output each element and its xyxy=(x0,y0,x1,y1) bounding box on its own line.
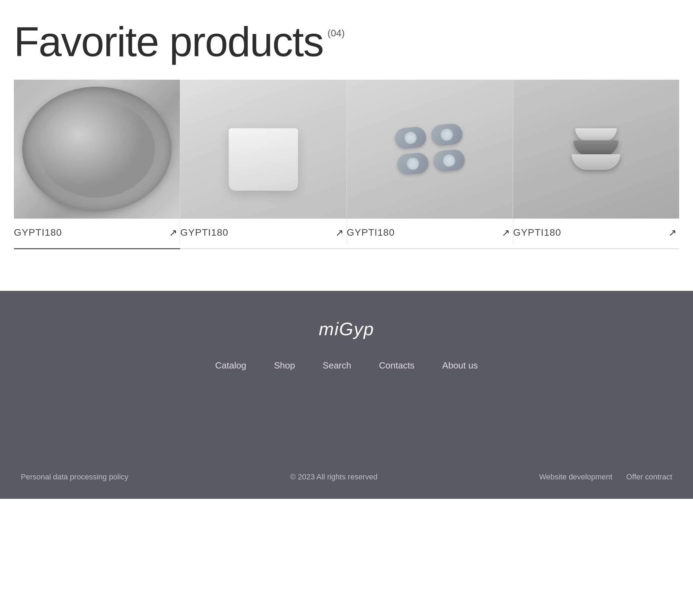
holder-4 xyxy=(432,149,465,172)
product-card-3[interactable]: GYPTI180 ↗ xyxy=(347,80,513,245)
product-info-1: GYPTI180 ↗ xyxy=(14,218,180,245)
footer-bottom: Personal data processing policy © 2023 A… xyxy=(0,472,693,481)
holder-1 xyxy=(394,126,427,149)
product-link-icon-1[interactable]: ↗ xyxy=(166,226,180,240)
product-info-4: GYPTI180 ↗ xyxy=(513,218,679,245)
product-card-2[interactable]: GYPTI180 ↗ xyxy=(180,80,346,245)
pot-shape xyxy=(229,128,298,191)
holder-row-1 xyxy=(394,123,463,149)
products-grid: GYPTI180 ↗ GYPTI180 ↗ xyxy=(14,80,679,245)
product-name-3: GYPTI180 xyxy=(347,227,395,238)
product-name-1: GYPTI180 xyxy=(14,227,62,238)
section-count: (04) xyxy=(327,28,345,39)
section-header: Favorite products (04) xyxy=(14,21,679,62)
footer-offer-contract[interactable]: Offer contract xyxy=(626,472,672,481)
product-link-icon-3[interactable]: ↗ xyxy=(499,226,513,240)
product-name-2: GYPTI180 xyxy=(180,227,228,238)
footer-logo: miGyp xyxy=(319,319,374,339)
scroll-bar xyxy=(14,248,180,249)
footer-nav-catalog[interactable]: Catalog xyxy=(215,360,246,371)
footer-legal[interactable]: Personal data processing policy xyxy=(21,472,129,481)
holders-group xyxy=(394,123,465,175)
footer: miGyp Catalog Shop Search Contacts About… xyxy=(0,291,693,499)
product-image-2 xyxy=(180,80,346,218)
holder-row-2 xyxy=(396,149,465,175)
product-info-3: GYPTI180 ↗ xyxy=(347,218,513,245)
scroll-indicator xyxy=(14,248,679,249)
product-card-4[interactable]: GYPTI180 ↗ xyxy=(513,80,679,245)
holder-3 xyxy=(396,152,429,175)
product-link-icon-2[interactable]: ↗ xyxy=(333,226,346,240)
footer-links-right: Website development Offer contract xyxy=(539,472,672,481)
footer-nav-about-us[interactable]: About us xyxy=(442,360,478,371)
footer-nav-search[interactable]: Search xyxy=(323,360,351,371)
section-title: Favorite products xyxy=(14,21,323,62)
product-name-4: GYPTI180 xyxy=(513,227,561,238)
product-card-1[interactable]: GYPTI180 ↗ xyxy=(14,80,180,245)
footer-nav-contacts[interactable]: Contacts xyxy=(379,360,415,371)
bowl-1 xyxy=(575,128,617,142)
bowl-3 xyxy=(572,154,620,170)
product-image-3 xyxy=(347,80,513,218)
footer-website-development[interactable]: Website development xyxy=(539,472,612,481)
footer-nav: Catalog Shop Search Contacts About us xyxy=(215,360,478,371)
main-content: Favorite products (04) GYPTI180 ↗ GYPTI1… xyxy=(0,0,693,249)
product-image-1 xyxy=(14,80,180,218)
bowl-2 xyxy=(573,140,619,156)
product-info-2: GYPTI180 ↗ xyxy=(180,218,346,245)
product-link-icon-4[interactable]: ↗ xyxy=(665,226,679,240)
bowls-stack xyxy=(572,128,620,170)
product-image-4 xyxy=(513,80,679,218)
footer-copyright: © 2023 All rights reserved xyxy=(290,472,377,481)
footer-nav-shop[interactable]: Shop xyxy=(274,360,295,371)
holder-2 xyxy=(430,123,463,146)
